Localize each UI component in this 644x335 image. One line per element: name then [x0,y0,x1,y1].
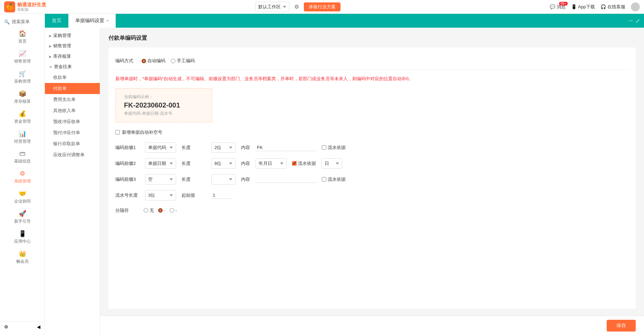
manual-code-radio-label[interactable]: 手工编码 [171,58,195,64]
sidebar-item-operations[interactable]: 📊 经营管理 [0,127,45,147]
sep-dot-label[interactable]: · [158,208,165,213]
sidebar-item-purchase[interactable]: 🛒 采购管理 [0,67,45,87]
sidebar-item-membership[interactable]: 👑 畅会员 [0,247,45,267]
operations-icon: 📊 [19,130,26,138]
guide-icon: 🚀 [19,210,26,217]
prefix3-label: 编码前缀3 [115,176,140,183]
sidebar-item-inventory[interactable]: 📦 库存核算 [0,87,45,107]
prefix3-serial-checkbox[interactable] [322,177,326,182]
user-avatar[interactable] [631,2,640,11]
window-minimize-icon[interactable]: ─ [629,18,633,24]
prefix3-content-input[interactable] [256,176,316,183]
prefix2-length-label: 长度 [182,160,206,167]
sec-item-expense[interactable]: 费用支出单 [45,94,100,105]
auto-fill-row: 新增单据自动补空号 [115,129,629,136]
prefix1-serial-checkbox[interactable] [322,145,326,150]
sep-none-label[interactable]: 无 [144,207,154,214]
sidebar: 🔍 搜索菜单 🏠 首页 📈 销售管理 🛒 采购管理 📦 库存核算 💰 资金管理 … [0,14,45,335]
separator-label: 分隔符 [115,207,140,214]
sidebar-bottom: ⚙ ◀ [0,321,45,332]
prefix2-content-select[interactable]: 年月日 年月 年 [256,158,287,169]
prefix2-serial-checkbox[interactable] [292,161,297,166]
separator-row: 分隔符 无 · - [115,207,629,214]
secondary-sidebar: ▶ 采购管理 ▶ 销售管理 ▶ 库存核算 ▼ 资金往来 收款单 付款单 费用支出… [45,28,100,335]
manual-code-radio[interactable] [171,59,175,63]
purchase-arrow-icon: ▶ [49,34,52,38]
logo-text: 畅通道好生意 搭配版 [17,2,46,12]
prefix2-serial-label[interactable]: 流水依据 [292,160,316,167]
sep-dash-label[interactable]: - [170,208,177,213]
prefix3-length-label: 长度 [182,176,206,183]
sec-group-purchase[interactable]: ▶ 采购管理 [45,30,100,41]
tab-encoding-settings[interactable]: 单据编码设置 × [68,14,116,28]
prefix1-length-select[interactable]: 2位 [211,142,236,153]
page-content: 付款单编码设置 编码方式 自动编码 手工编码 [100,28,644,316]
message-item[interactable]: 💬 消息 99+ [550,4,566,10]
sidebar-item-guide[interactable]: 🚀 新手引导 [0,207,45,227]
online-service-item[interactable]: 🎧 在线客服 [600,4,625,10]
settings-icon[interactable]: ⚙ [292,2,301,11]
prefix3-length-select[interactable] [211,174,236,185]
code-desc: 单据代码-单据日期-流水号 [124,111,203,117]
prefix1-content-input[interactable] [256,144,316,151]
prefix2-length-select[interactable]: 8位 [211,158,236,169]
logo-icon: 🍊 [4,1,15,12]
sep-dot-radio[interactable] [158,208,163,213]
sec-group-inventory[interactable]: ▶ 库存核算 [45,51,100,62]
search-icon: 🔍 [4,19,10,25]
code-preview-box: 当前编码示例： FK-20230602-001 单据代码-单据日期-流水号 [115,88,212,122]
auto-fill-checkbox[interactable] [115,130,120,134]
purchase-icon: 🛒 [19,70,26,77]
experience-button[interactable]: 体验行业方案 [304,2,340,11]
nav-tabs: 首页 单据编码设置 × ─ ⤢ [45,14,644,28]
sec-item-bank[interactable]: 银行存取款单 [45,138,100,149]
code-value: FK-20230602-001 [124,101,203,109]
collapse-icon[interactable]: ◀ [37,324,40,329]
prefix3-serial-label: 流水依据 [322,176,346,183]
workspace-select[interactable]: 默认工作区 [255,2,289,12]
sec-item-other-income[interactable]: 其他收入单 [45,105,100,116]
sidebar-item-enterprise[interactable]: 🤝 企业协同 [0,187,45,207]
prefix2-select[interactable]: 单据日期 [145,158,176,169]
basic-icon: 🗃 [19,150,26,157]
serial-start-input[interactable] [211,192,232,199]
serial-length-select[interactable]: 3位 4位 5位 6位 [145,190,176,201]
prefix2-day-select[interactable]: 日 月 年 [321,158,342,169]
auto-code-radio[interactable] [142,59,146,63]
settings-card: 编码方式 自动编码 手工编码 新增单据时 [108,47,636,309]
sec-item-receipt[interactable]: 收款单 [45,72,100,83]
prefix1-label: 编码前缀1 [115,145,140,151]
search-menu-item[interactable]: 🔍 搜索菜单 [0,17,45,27]
sec-group-sales[interactable]: ▶ 销售管理 [45,41,100,51]
message-icon: 💬 [550,4,555,9]
sec-item-advance-payment[interactable]: 预付冲应付单 [45,127,100,138]
sec-item-advance-receipt[interactable]: 预收冲应收单 [45,116,100,127]
sep-none-radio[interactable] [144,208,148,213]
sidebar-item-system[interactable]: ⚙ 系统管理 [0,167,45,187]
save-button[interactable]: 保存 [607,320,636,332]
sidebar-item-finance[interactable]: 💰 资金管理 [0,107,45,127]
prefix3-select[interactable]: 空 [145,174,176,185]
auto-fill-label: 新增单据自动补空号 [122,129,162,136]
prefix1-select[interactable]: 单据代码 [145,142,176,153]
auto-code-radio-label[interactable]: 自动编码 [142,58,165,64]
sec-item-payment[interactable]: 付款单 [45,83,100,94]
sidebar-item-apps[interactable]: 📱 应用中心 [0,227,45,247]
sec-item-adjustment[interactable]: 应收应付调整单 [45,149,100,160]
settings-bottom-icon[interactable]: ⚙ [4,324,8,329]
tab-home[interactable]: 首页 [45,14,68,28]
finance-icon: 💰 [19,110,26,118]
window-expand-icon[interactable]: ⤢ [635,18,640,24]
tab-close-icon[interactable]: × [106,18,109,23]
sec-group-capital[interactable]: ▼ 资金往来 [45,62,100,72]
body-area: ▶ 采购管理 ▶ 销售管理 ▶ 库存核算 ▼ 资金往来 收款单 付款单 费用支出… [45,28,644,335]
sidebar-item-home[interactable]: 🏠 首页 [0,27,45,47]
sidebar-item-sales[interactable]: 📈 销售管理 [0,47,45,67]
page-title: 付款单编码设置 [108,35,636,42]
prefix3-content-label: 内容 [241,176,250,183]
sep-dash-radio[interactable] [170,208,174,213]
main-layout: 🔍 搜索菜单 🏠 首页 📈 销售管理 🛒 采购管理 📦 库存核算 💰 资金管理 … [0,14,644,335]
prefix2-label: 编码前缀2 [115,160,140,167]
sidebar-item-basic[interactable]: 🗃 基础信息 [0,147,45,167]
app-download-item[interactable]: 📱 App下载 [571,4,595,10]
